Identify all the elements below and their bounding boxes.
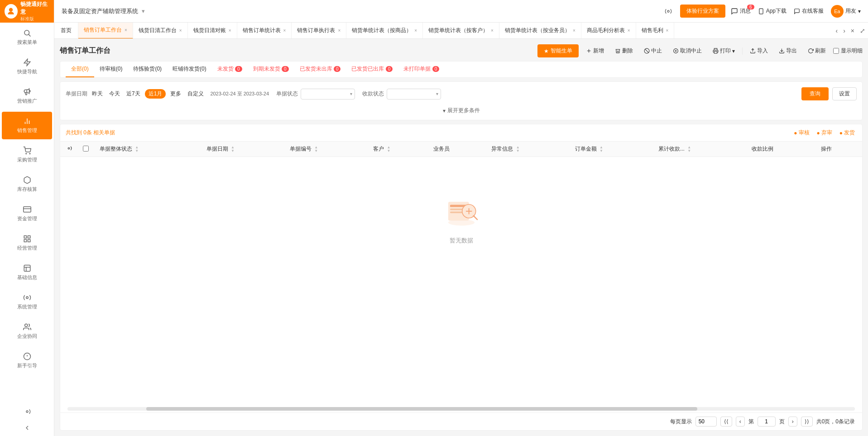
status-select[interactable]: [301, 89, 355, 100]
query-btn[interactable]: 查询: [801, 87, 829, 100]
sidebar: 畅捷通好生意 标准版 搜索菜单 快捷导航 营销推广 销售管理 采购管理 库存核算…: [0, 0, 54, 436]
print-btn[interactable]: 打印 ▾: [709, 45, 739, 57]
th-amount: 订单金额 ▲▼: [570, 142, 653, 157]
tab-home[interactable]: 首页: [54, 23, 78, 39]
tab-close-all[interactable]: ×: [848, 25, 857, 36]
page-last-btn[interactable]: ⟩⟩: [801, 417, 813, 427]
tab-sales-stat-product[interactable]: 销货单统计表（按商品） ×: [346, 23, 423, 39]
sidebar-settings-btn[interactable]: [0, 403, 54, 420]
th-customer: 客户 ▲▼: [368, 142, 428, 157]
tab-close-sales-stat-staff[interactable]: ×: [573, 28, 575, 33]
filter-tab-shipped-not-out[interactable]: 已发货未出库 0: [294, 62, 346, 77]
tab-close-product-margin[interactable]: ×: [628, 28, 630, 33]
show-detail-toggle[interactable]: 显示明细: [833, 47, 863, 55]
app-download-btn[interactable]: App下载: [758, 7, 786, 15]
page-input[interactable]: [758, 417, 776, 427]
tab-close-sales-stat-customer[interactable]: ×: [491, 28, 494, 33]
sidebar-item-search[interactable]: 搜索菜单: [2, 24, 52, 51]
cancel-stop-btn[interactable]: 取消中止: [669, 45, 705, 57]
filter-tabs: 全部(0) 待审核(0) 待拣验货(0) 旺铺待发货(0) 未发货 0 到期未发…: [60, 61, 863, 78]
sidebar-item-guide[interactable]: 新手引导: [2, 347, 52, 374]
tab-cash-daily[interactable]: 钱货日清工作台 ×: [133, 23, 188, 39]
filter-settings-btn[interactable]: 设置: [832, 87, 857, 100]
svg-point-8: [29, 153, 30, 154]
date-more[interactable]: 更多: [168, 89, 183, 99]
filter-tab-pending-inspect[interactable]: 待拣验货(0): [128, 62, 167, 77]
smart-create-btn[interactable]: ★ 智能生单: [537, 44, 579, 57]
page-size-select[interactable]: 50 20 100: [695, 417, 717, 427]
svg-line-41: [473, 216, 477, 219]
import-btn[interactable]: 导入: [746, 45, 772, 57]
sidebar-item-sales[interactable]: 销售管理: [2, 112, 52, 139]
tab-scroll-right[interactable]: ›: [840, 25, 848, 36]
th-date: 单据日期 ▲▼: [201, 142, 284, 157]
svg-rect-11: [24, 236, 26, 238]
tab-close-cash-reconcile[interactable]: ×: [229, 28, 231, 33]
filter-tab-overdue-not-shipped[interactable]: 到期未发货 0: [248, 62, 294, 77]
date-yesterday[interactable]: 昨天: [90, 89, 105, 99]
sidebar-item-finance[interactable]: 资金管理: [2, 200, 52, 227]
sidebar-item-quick-nav[interactable]: 快捷导航: [2, 53, 52, 81]
ship-btn[interactable]: ● 发货: [838, 128, 857, 137]
sidebar-item-operation[interactable]: 经营管理: [2, 229, 52, 257]
user-menu[interactable]: Ea 用友 ▾: [831, 5, 861, 18]
tab-close-sales-exec[interactable]: ×: [338, 28, 340, 33]
page-prev-btn[interactable]: ‹: [736, 417, 745, 427]
orders-table: 单据整体状态 ▲▼ 单据日期 ▲▼ 单据编号 ▲▼: [60, 142, 862, 157]
tab-close-cash-daily[interactable]: ×: [179, 28, 182, 33]
filter-tab-not-printed[interactable]: 未打印单据 0: [398, 62, 445, 77]
filter-tab-not-shipped[interactable]: 未发货 0: [212, 62, 248, 77]
filter-tab-wangpu-ship[interactable]: 旺铺待发货(0): [167, 62, 212, 77]
refresh-btn[interactable]: 刷新: [804, 45, 830, 57]
tab-sales-stat-staff[interactable]: 销货单统计表（按业务员） ×: [499, 23, 581, 39]
cancel-review-btn[interactable]: ● 弃审: [815, 128, 834, 137]
date-custom[interactable]: 自定义: [186, 89, 206, 99]
sidebar-item-basic[interactable]: 基础信息: [2, 259, 52, 286]
filter-tab-all[interactable]: 全部(0): [66, 62, 94, 77]
th-checkbox[interactable]: [77, 142, 94, 157]
industry-btn[interactable]: 体验行业方案: [680, 5, 725, 18]
sidebar-item-system[interactable]: 系统管理: [2, 288, 52, 316]
tab-sales-gross[interactable]: 销售毛利 ×: [636, 23, 675, 39]
date-today[interactable]: 今天: [107, 89, 122, 99]
filter-tab-pending-review[interactable]: 待审核(0): [94, 62, 128, 77]
payment-select[interactable]: [387, 89, 441, 100]
sidebar-item-marketing[interactable]: 营销推广: [2, 82, 52, 110]
tab-close-sales-stat-product[interactable]: ×: [414, 28, 417, 33]
select-all-checkbox[interactable]: [83, 146, 89, 152]
tab-sales-exec[interactable]: 销售订单执行表 ×: [292, 23, 346, 39]
sidebar-item-inventory[interactable]: 库存核算: [2, 171, 52, 198]
sidebar-item-purchase[interactable]: 采购管理: [2, 141, 52, 169]
tab-close-sales-stat[interactable]: ×: [283, 28, 286, 33]
tab-product-margin[interactable]: 商品毛利分析表 ×: [581, 23, 636, 39]
date-1month[interactable]: 近1月: [145, 89, 166, 99]
export-btn[interactable]: 导出: [775, 45, 801, 57]
message-btn[interactable]: 消息 6: [731, 7, 751, 15]
date-7days[interactable]: 近7天: [125, 89, 142, 99]
add-btn[interactable]: 新增: [582, 45, 608, 57]
sidebar-collapse-btn[interactable]: [0, 420, 54, 436]
page-first-btn[interactable]: ⟨⟨: [720, 417, 732, 427]
svg-rect-12: [28, 236, 30, 238]
filter-tab-shipped-out[interactable]: 已发货已出库 0: [346, 62, 398, 77]
page-label: 第: [748, 418, 754, 426]
sidebar-item-enterprise[interactable]: 企业协同: [2, 318, 52, 345]
topbar-settings-icon[interactable]: [662, 5, 675, 18]
online-service-btn[interactable]: 在线客服: [794, 7, 824, 15]
scrollbar-thumb[interactable]: [146, 407, 697, 411]
tab-sales-order[interactable]: 销售订单工作台 ×: [78, 23, 133, 39]
tab-sales-stat[interactable]: 销售订单统计表 ×: [237, 23, 292, 39]
tab-scroll-left[interactable]: ‹: [833, 25, 840, 36]
delete-btn[interactable]: 删除: [611, 45, 637, 57]
stop-btn[interactable]: 中止: [640, 45, 666, 57]
scrollbar-track[interactable]: [67, 407, 855, 411]
tab-sales-stat-customer[interactable]: 销货单统计表（按客户） ×: [423, 23, 499, 39]
tab-maximize[interactable]: ⤢: [857, 25, 868, 36]
tab-cash-reconcile[interactable]: 钱货日清对账 ×: [188, 23, 237, 39]
expand-more-btn[interactable]: ▾ 展开更多条件: [443, 107, 480, 114]
review-btn[interactable]: ● 审核: [792, 128, 811, 137]
page-next-btn[interactable]: ›: [788, 417, 797, 427]
tab-close-sales-gross[interactable]: ×: [666, 28, 669, 33]
show-detail-checkbox[interactable]: [833, 48, 839, 54]
tab-close-sales-order[interactable]: ×: [125, 28, 127, 33]
